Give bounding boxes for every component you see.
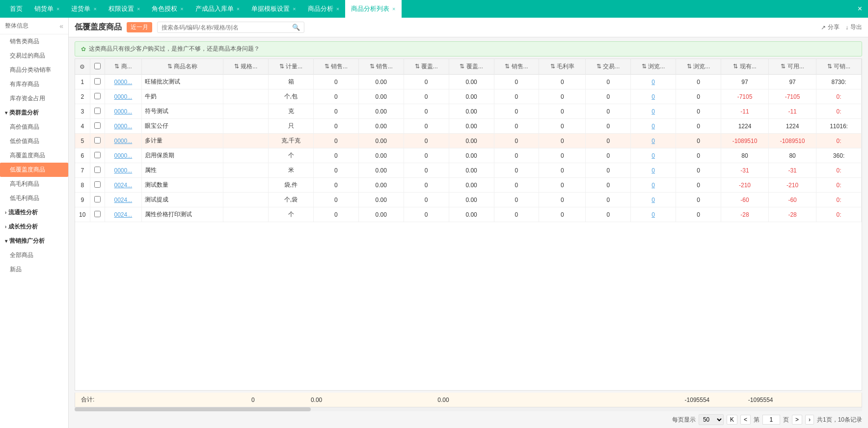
row-checkbox[interactable] [94,78,101,85]
nav-tab-production[interactable]: 产成品入库单 × [190,0,245,18]
row-browse1[interactable]: 0 [631,148,676,163]
row-check[interactable] [90,193,105,207]
row-checkbox[interactable] [94,167,101,173]
sort-icon[interactable]: ⇅ [114,63,119,70]
row-browse1[interactable]: 0 [631,89,676,104]
row-checkbox[interactable] [94,122,101,129]
nav-tab-home[interactable]: 首页 [4,0,28,18]
time-filter-button[interactable]: 近一月 [127,22,152,32]
sidebar-item-low-margin[interactable]: 低毛利商品 [0,191,68,205]
sort-icon[interactable]: ⇅ [733,63,738,70]
sort-icon[interactable]: ⇅ [781,63,786,70]
prev-page-button[interactable]: < [740,415,751,425]
nav-tab-permission[interactable]: 权限设置 × [103,0,146,18]
close-icon[interactable]: × [93,6,96,12]
sidebar-section-flow[interactable]: › 流通性分析 [0,205,68,220]
row-checkbox[interactable] [94,137,101,143]
search-input[interactable] [162,24,292,31]
sidebar-item-category-sales-rate[interactable]: 商品分类动销率 [0,63,68,77]
sidebar-item-all-goods[interactable]: 全部商品 [0,248,68,262]
row-checkbox[interactable] [94,152,101,158]
row-check[interactable] [90,134,105,148]
nav-tab-analysis-list[interactable]: 商品分析列表 × [345,0,401,18]
nav-tab-sales[interactable]: 销货单 × [28,0,65,18]
sort-icon[interactable]: ⇅ [687,63,692,70]
row-checkbox[interactable] [94,196,101,202]
sort-icon[interactable]: ⇅ [415,63,420,70]
horizontal-scrollbar[interactable] [75,407,862,411]
window-close-button[interactable]: × [856,2,864,15]
per-page-select[interactable]: 50 100 200 [699,414,724,425]
nav-tab-analysis[interactable]: 商品分析 × [302,0,345,18]
close-icon[interactable]: × [180,6,183,12]
row-check[interactable] [90,207,105,222]
row-checkbox[interactable] [94,93,101,99]
row-check[interactable] [90,104,105,119]
sidebar-section-marketing[interactable]: ▾ 营销推广分析 [0,234,68,248]
sidebar-header[interactable]: 整体信息 « [0,18,68,34]
row-browse1[interactable]: 0 [631,75,676,89]
row-check[interactable] [90,178,105,193]
nav-tab-role[interactable]: 角色授权 × [146,0,189,18]
sort-icon[interactable]: ⇅ [167,63,172,70]
share-button[interactable]: ↗ 分享 [821,23,840,31]
sidebar-item-high-value[interactable]: 高价值商品 [0,120,68,134]
sidebar-item-low-value[interactable]: 低价值商品 [0,134,68,148]
search-icon[interactable]: 🔍 [292,24,300,31]
sort-icon[interactable]: ⇅ [505,63,510,70]
export-button[interactable]: ↓ 导出 [845,23,862,31]
row-browse1[interactable]: 0 [631,104,676,119]
page-number-input[interactable] [762,415,780,425]
row-browse1[interactable]: 0 [631,134,676,148]
row-check[interactable] [90,75,105,89]
sort-icon[interactable]: ⇅ [279,63,284,70]
close-icon[interactable]: × [237,6,240,12]
sort-icon[interactable]: ⇅ [642,63,647,70]
close-icon[interactable]: × [293,6,296,12]
data-table-container[interactable]: ⚙ ⇅ 商... ⇅ 商品名称 ⇅ 规格... ⇅ 计量... ⇅ 销售... … [75,58,862,391]
row-check[interactable] [90,148,105,163]
sidebar-item-low-coverage[interactable]: 低覆盖度商品 [0,163,68,177]
last-page-button[interactable]: › [805,415,814,425]
row-check[interactable] [90,119,105,134]
sidebar-item-stocked-goods[interactable]: 有库存商品 [0,77,68,91]
sort-icon[interactable]: ⇅ [234,63,239,70]
sort-icon[interactable]: ⇅ [597,63,601,70]
row-checkbox[interactable] [94,181,101,188]
sort-icon[interactable]: ⇅ [460,63,464,70]
nav-tab-purchase[interactable]: 进货单 × [65,0,102,18]
sidebar-item-new-goods[interactable]: 新品 [0,262,68,277]
sidebar-item-traded-goods[interactable]: 交易过的商品 [0,49,68,63]
row-checkbox[interactable] [94,211,101,217]
sidebar-item-high-margin[interactable]: 高毛利商品 [0,177,68,191]
sidebar-item-sales-goods[interactable]: 销售类商品 [0,34,68,49]
sort-icon[interactable]: ⇅ [550,63,555,70]
row-browse1[interactable]: 0 [631,178,676,193]
row-checkbox[interactable] [94,108,101,114]
row-browse1[interactable]: 0 [631,163,676,178]
sort-icon[interactable]: ⇅ [370,63,375,70]
row-browse1[interactable]: 0 [631,119,676,134]
sort-icon[interactable]: ⇅ [827,63,832,70]
row-check[interactable] [90,89,105,104]
close-icon[interactable]: × [392,6,395,12]
close-icon[interactable]: × [336,6,339,12]
row-browse1[interactable]: 0 [631,207,676,222]
row-browse1[interactable]: 0 [631,193,676,207]
close-icon[interactable]: × [56,6,59,12]
sidebar-item-inventory-capital[interactable]: 库存资金占用 [0,91,68,106]
next-page-button[interactable]: > [792,415,802,425]
column-settings[interactable]: ⚙ [75,59,90,75]
collapse-icon[interactable]: « [59,22,63,30]
nav-tab-template[interactable]: 单据模板设置 × [245,0,301,18]
select-all-checkbox[interactable] [94,63,101,69]
close-icon[interactable]: × [137,6,140,12]
scrollbar-thumb[interactable] [75,407,311,411]
sidebar-section-growth[interactable]: › 成长性分析 [0,220,68,234]
row-check[interactable] [90,163,105,178]
first-page-button[interactable]: K [727,415,737,425]
sort-icon[interactable]: ⇅ [325,63,329,70]
sidebar-item-high-coverage[interactable]: 高覆盖度商品 [0,148,68,163]
row-saleable: 0: [816,89,862,104]
sidebar-section-coverage[interactable]: ▾ 类群盖分析 [0,106,68,120]
